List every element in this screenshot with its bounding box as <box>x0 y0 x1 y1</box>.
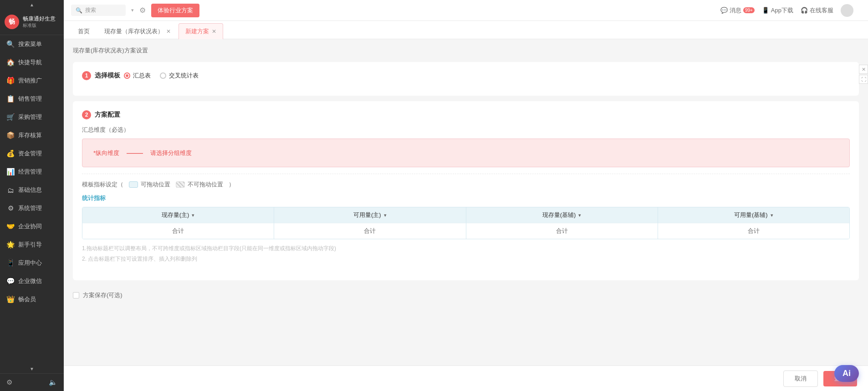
col-body-1: 合计 <box>274 223 466 239</box>
collapse-up-btn[interactable]: ✕ <box>859 65 868 74</box>
expand-btn[interactable]: ⛶ <box>859 75 868 84</box>
sidebar-item-marketing[interactable]: 🎁 营销推广 <box>0 72 64 90</box>
sidebar-item-wechat[interactable]: 💬 企业微信 <box>0 272 64 290</box>
sidebar-scroll-up[interactable]: ▲ <box>0 0 64 9</box>
sales-icon: 📋 <box>6 95 15 103</box>
save-label: 方案保存(可选) <box>83 291 123 299</box>
sidebar-item-finance[interactable]: 💰 资金管理 <box>0 144 64 163</box>
sidebar-scroll-down[interactable]: ▼ <box>0 364 64 373</box>
save-row: 方案保存(可选) <box>73 286 859 305</box>
save-checkbox[interactable] <box>73 292 79 298</box>
sidebar-item-label: 销售管理 <box>18 95 42 103</box>
app-download-btn[interactable]: 📱 App下载 <box>762 6 793 15</box>
message-badge: 99+ <box>743 7 755 13</box>
col-chevron-0[interactable]: ▾ <box>192 212 194 218</box>
sidebar-item-search-menu[interactable]: 🔍 搜索菜单 <box>0 35 64 53</box>
col-header-3[interactable]: 可用量(基辅) ▾ <box>658 207 849 223</box>
sidebar-item-label: 搜索菜单 <box>18 40 42 48</box>
col-summary-3: 合计 <box>748 227 760 235</box>
legend-draggable: 可拖动位置 <box>129 180 170 189</box>
tab-new-plan-label: 新建方案 <box>185 27 209 36</box>
inventory-icon: 📦 <box>6 131 15 139</box>
topbar-dropdown-icon[interactable]: ▾ <box>131 7 134 13</box>
stat-table-header: 现存量(主) ▾ 可用量(主) ▾ 现存量(基辅) ▾ 可用量(基辅) ▾ <box>82 207 849 223</box>
legend-draggable-box <box>129 181 138 188</box>
step1-title: 选择模板 <box>95 72 120 80</box>
col-chevron-2[interactable]: ▾ <box>578 212 581 218</box>
topbar-gear-icon[interactable]: ⚙ <box>139 6 146 15</box>
finance-icon: 💰 <box>6 149 15 158</box>
sidebar-item-app-center[interactable]: 📱 应用中心 <box>0 254 64 272</box>
tips-area: 1.拖动标题栏可以调整布局，不可跨维度或指标区域拖动栏目字段(只能在同一维度或指… <box>82 239 850 271</box>
trial-btn[interactable]: 体验行业方案 <box>151 4 199 17</box>
col-body-0: 合计 <box>82 223 274 239</box>
sidebar-item-basic-info[interactable]: 🗂 基础信息 <box>0 181 64 199</box>
message-label: 消息 <box>730 6 741 15</box>
settings-icon[interactable]: ⚙ <box>6 378 12 386</box>
tab-inventory-status-close[interactable]: ✕ <box>166 29 171 34</box>
sidebar-logo: 畅 畅康通好生意 标准版 <box>0 9 64 35</box>
enterprise-icon: 🤝 <box>6 222 15 231</box>
user-avatar[interactable] <box>841 4 853 17</box>
sidebar-item-label: 新手引导 <box>18 241 42 249</box>
tip-0: 1.拖动标题栏可以调整布局，不可跨维度或指标区域拖动栏目字段(只能在同一维度或指… <box>82 245 850 252</box>
dimension-label: 汇总维度（必选） <box>82 126 850 134</box>
tab-new-plan-close[interactable]: ✕ <box>212 29 216 34</box>
sidebar-item-operations[interactable]: 📊 经营管理 <box>0 163 64 181</box>
page-title: 现存量(库存状况表)方案设置 <box>73 46 859 55</box>
tab-home-label: 首页 <box>78 27 90 36</box>
sidebar-item-sales[interactable]: 📋 销售管理 <box>0 90 64 108</box>
sidebar-item-label: 经营管理 <box>18 168 42 176</box>
sidebar-item-member[interactable]: 👑 畅会员 <box>0 290 64 309</box>
col-body-2: 合计 <box>466 223 658 239</box>
sidebar-item-purchase[interactable]: 🛒 采购管理 <box>0 108 64 126</box>
sidebar-item-inventory[interactable]: 📦 库存核算 <box>0 126 64 144</box>
system-icon: ⚙ <box>6 204 15 212</box>
indicator-settings-row: 模板指标设定（ 可拖动位置 不可拖动位置 ） <box>82 180 850 189</box>
sidebar-item-quick-nav[interactable]: 🏠 快捷导航 <box>0 53 64 72</box>
sidebar-item-system[interactable]: ⚙ 系统管理 <box>0 199 64 217</box>
radio-summary-label: 汇总表 <box>133 72 151 80</box>
collapse-btns: ✕ ⛶ <box>859 65 868 84</box>
sidebar-item-label: 采购管理 <box>18 113 42 121</box>
sidebar-item-enterprise[interactable]: 🤝 企业协同 <box>0 217 64 236</box>
member-icon: 👑 <box>6 295 15 304</box>
col-header-2[interactable]: 现存量(基辅) ▾ <box>466 207 658 223</box>
radio-cross-circle <box>160 72 166 79</box>
sidebar-item-label: 应用中心 <box>18 259 42 267</box>
online-service-label: 在线客服 <box>810 6 833 15</box>
cancel-button[interactable]: 取消 <box>783 370 818 387</box>
sidebar: ▲ 畅 畅康通好生意 标准版 🔍 搜索菜单 🏠 快捷导航 🎁 营销推广 📋 销售… <box>0 0 64 391</box>
app-logo-icon: 畅 <box>5 15 19 29</box>
message-btn[interactable]: 💬 消息 99+ <box>720 6 755 15</box>
radio-cross[interactable]: 交叉统计表 <box>160 72 199 80</box>
radio-summary[interactable]: 汇总表 <box>124 72 151 80</box>
topbar-search-box[interactable]: 🔍 搜索 <box>71 5 126 16</box>
dimension-separator: —— <box>127 148 143 158</box>
online-service-btn[interactable]: 🎧 在线客服 <box>801 6 833 15</box>
sidebar-item-label: 基础信息 <box>18 186 42 194</box>
topbar-right: 💬 消息 99+ 📱 App下载 🎧 在线客服 <box>720 4 861 17</box>
col-header-1[interactable]: 可用量(主) ▾ <box>274 207 466 223</box>
legend-non-draggable-label: 不可拖动位置 <box>188 180 223 189</box>
tab-inventory-status-label: 现存量（库存状况表） <box>104 27 163 36</box>
ai-fab-button[interactable]: Ai <box>834 365 859 382</box>
col-label-3: 可用量(基辅) <box>734 211 768 219</box>
col-chevron-1[interactable]: ▾ <box>384 212 387 218</box>
step2-header: 2 方案配置 <box>82 110 850 119</box>
headset-icon: 🎧 <box>801 7 808 14</box>
tab-inventory-status[interactable]: 现存量（库存状况表） ✕ <box>97 23 178 39</box>
tab-home[interactable]: 首页 <box>71 23 97 39</box>
wechat-icon: 💬 <box>6 277 15 285</box>
purchase-icon: 🛒 <box>6 113 15 121</box>
col-header-0[interactable]: 现存量(主) ▾ <box>82 207 274 223</box>
col-label-2: 现存量(基辅) <box>542 211 576 219</box>
sidebar-item-newcomer[interactable]: 🌟 新手引导 <box>0 236 64 254</box>
col-chevron-3[interactable]: ▾ <box>771 212 773 218</box>
sidebar-bottom: ⚙ 🔈 <box>0 373 64 391</box>
step1-header: 1 选择模板 汇总表 交叉统计表 <box>82 71 850 80</box>
tab-new-plan[interactable]: 新建方案 ✕ <box>179 23 223 39</box>
quick-nav-icon: 🏠 <box>6 58 15 67</box>
audio-icon[interactable]: 🔈 <box>49 378 57 386</box>
dimension-placeholder[interactable]: 请选择分组维度 <box>150 149 192 157</box>
